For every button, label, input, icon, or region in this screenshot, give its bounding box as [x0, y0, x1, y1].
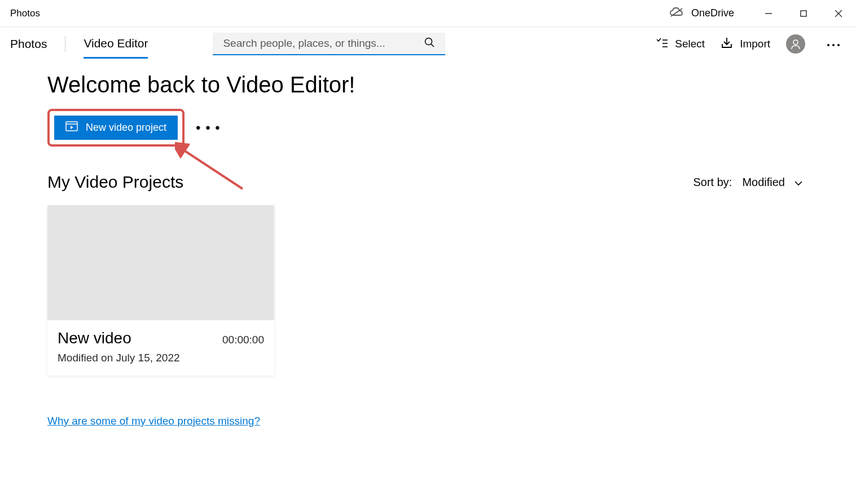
missing-projects-link[interactable]: Why are some of my video projects missin… [47, 415, 260, 427]
project-modified: Modified on July 15, 2022 [58, 352, 264, 364]
project-info: New video 00:00:00 Modified on July 15, … [47, 320, 274, 375]
toolbar: Photos Video Editor Select [0, 27, 856, 61]
project-title-row: New video 00:00:00 [58, 329, 264, 347]
sort-value: Modified [742, 176, 785, 189]
search-input[interactable] [223, 37, 424, 50]
minimize-button[interactable] [751, 0, 786, 27]
avatar[interactable] [786, 34, 805, 54]
maximize-button[interactable] [786, 0, 821, 27]
tab-video-editor[interactable]: Video Editor [84, 30, 148, 59]
svg-point-5 [425, 38, 432, 45]
project-name: New video [58, 329, 131, 347]
project-card[interactable]: New video 00:00:00 Modified on July 15, … [47, 205, 274, 375]
select-icon [656, 37, 668, 51]
window-controls [751, 0, 856, 26]
titlebar-right: OneDrive [670, 0, 856, 26]
sort-group: Sort by: Modified [693, 176, 803, 189]
app-title: Photos [10, 8, 40, 19]
svg-rect-2 [801, 11, 806, 16]
select-button[interactable]: Select [656, 37, 705, 51]
projects-header: My Video Projects Sort by: Modified [47, 173, 809, 192]
sort-label: Sort by: [693, 176, 732, 189]
video-project-icon [65, 121, 78, 134]
search-box[interactable] [213, 33, 445, 55]
tab-separator [65, 36, 65, 52]
project-thumbnail [47, 205, 274, 320]
more-button[interactable] [821, 39, 846, 49]
tabs: Photos Video Editor [10, 30, 148, 59]
more-options-button[interactable]: • • • [196, 120, 221, 136]
sort-dropdown[interactable]: Modified [742, 176, 803, 189]
select-label: Select [675, 38, 705, 50]
new-project-row: New video project • • • [47, 109, 809, 147]
annotation-highlight: New video project [47, 109, 185, 147]
new-video-project-label: New video project [86, 122, 166, 134]
import-label: Import [740, 38, 770, 50]
cloud-off-icon [670, 7, 683, 20]
import-icon [721, 37, 733, 52]
search-icon[interactable] [424, 37, 435, 50]
projects-title: My Video Projects [47, 173, 183, 192]
svg-point-14 [837, 44, 840, 46]
new-video-project-button[interactable]: New video project [54, 116, 178, 140]
close-button[interactable] [821, 0, 856, 27]
tab-photos[interactable]: Photos [10, 30, 47, 58]
page-title: Welcome back to Video Editor! [47, 72, 809, 98]
chevron-down-icon [794, 176, 803, 189]
svg-point-11 [793, 40, 798, 45]
svg-rect-15 [66, 122, 77, 131]
import-button[interactable]: Import [721, 37, 770, 52]
svg-line-6 [431, 44, 434, 47]
content-area: Welcome back to Video Editor! New video … [0, 61, 856, 427]
onedrive-status[interactable]: OneDrive [670, 7, 734, 20]
toolbar-right: Select Import [656, 34, 846, 54]
onedrive-label: OneDrive [691, 7, 734, 19]
svg-point-13 [832, 44, 835, 46]
svg-marker-17 [71, 126, 73, 129]
titlebar: Photos OneDrive [0, 0, 856, 27]
project-duration: 00:00:00 [222, 334, 264, 346]
svg-point-12 [827, 44, 829, 46]
